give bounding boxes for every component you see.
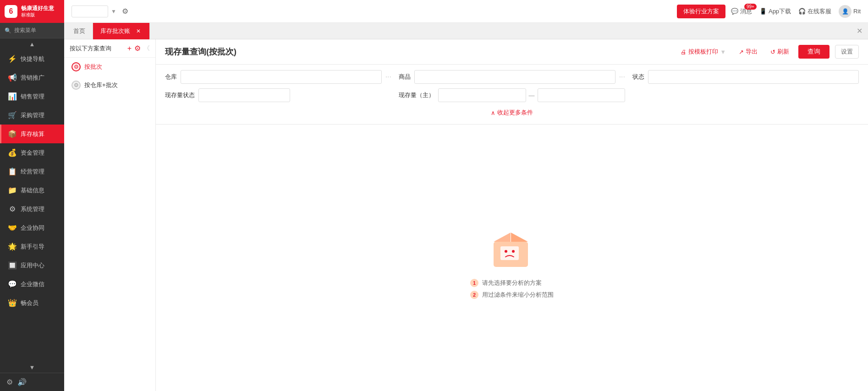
inventory-status-label: 现存量状态 [165, 91, 195, 99]
inventory-status-select[interactable]: 全部 [198, 88, 290, 102]
new-guide-icon: 🌟 [8, 242, 17, 251]
empty-hint-2: 2 用过滤条件来缩小分析范围 [470, 291, 554, 299]
query-button[interactable]: 查询 [798, 45, 830, 59]
tab-close-icon[interactable]: ✕ [135, 27, 142, 35]
tab-inventory-batch[interactable]: 库存批次账 ✕ [93, 23, 150, 39]
topbar-actions: 💬 消息 99+ 📱 App下载 🎧 在线客服 👤 Rit [731, 5, 861, 18]
add-scheme-button[interactable]: + [127, 44, 132, 53]
sidebar-item-operation[interactable]: 📋 经营管理 [0, 162, 64, 181]
refresh-button[interactable]: ↺ 刷新 [767, 46, 793, 58]
warehouse-more-icon[interactable]: ··· [385, 73, 391, 81]
quantity-range-inputs: — [438, 88, 625, 102]
warehouse-label: 仓库 [165, 73, 177, 81]
filter-row-1: 仓库 ··· 商品 ··· 状态 全部 [165, 70, 859, 84]
system-icon: ⚙ [8, 205, 17, 213]
quantity-max-input[interactable] [538, 88, 626, 102]
hint-text-1: 请先选择要分析的方案 [482, 279, 542, 287]
dropdown-icon: ▼ [111, 8, 116, 15]
warehouse-input[interactable] [181, 70, 382, 84]
collapse-filters-button[interactable]: ∧ 收起更多条件 [165, 107, 859, 119]
empty-state: 1 请先选择要分析的方案 2 用过滤条件来缩小分析范围 [156, 125, 868, 391]
sidebar-item-label: 采购管理 [21, 111, 44, 119]
app-version: 标准版 [21, 12, 54, 18]
sidebar-item-quick-nav[interactable]: ⚡ 快捷导航 [0, 49, 64, 68]
phone-icon: 📱 [759, 8, 767, 15]
settings-button[interactable]: 设置 [835, 45, 859, 59]
sidebar-header: 6 畅康通好生意 标准版 [0, 0, 64, 23]
product-more-icon[interactable]: ··· [619, 73, 625, 81]
panel-collapse-button[interactable]: 《 [143, 44, 150, 53]
sidebar-item-inventory[interactable]: 📦 库存核算 [0, 125, 64, 143]
online-service-label: 在线客服 [808, 7, 831, 16]
scheme-settings-icon[interactable]: ⚙ [134, 44, 141, 53]
print-button[interactable]: 🖨 按模板打印 ▼ [677, 46, 730, 58]
left-panel-header: 按以下方案查询 + ⚙ 《 [64, 39, 155, 58]
scheme-item-by-batch[interactable]: ⚙ 按批次 [64, 58, 155, 76]
sidebar-item-marketing[interactable]: 📢 营销推广 [0, 68, 64, 87]
print-icon: 🖨 [681, 49, 687, 55]
product-input[interactable] [414, 70, 615, 84]
topbar: ▼ ⚙ 体验行业方案 💬 消息 99+ 📱 App下载 🎧 在线客服 👤 [64, 0, 868, 23]
sidebar-item-app-center[interactable]: 🔲 应用中心 [0, 256, 64, 275]
trial-button[interactable]: 体验行业方案 [677, 5, 725, 18]
app-name: 畅康通好生意 [21, 5, 54, 12]
sidebar-item-finance[interactable]: 💰 资金管理 [0, 143, 64, 162]
refresh-icon: ↺ [770, 49, 775, 55]
quantity-min-input[interactable] [438, 88, 526, 102]
sidebar-item-label: 企业微信 [21, 280, 44, 288]
sidebar-item-label: 经营管理 [21, 168, 44, 176]
sidebar-item-label: 库存核算 [21, 130, 44, 138]
sidebar-item-label: 畅会员 [21, 299, 38, 307]
finance-icon: 💰 [8, 148, 17, 157]
breadcrumb-input[interactable] [71, 5, 108, 17]
sidebar-item-label: 快捷导航 [21, 55, 44, 63]
export-button[interactable]: ↗ 导出 [735, 46, 761, 58]
sound-footer-icon[interactable]: 🔊 [17, 378, 27, 386]
status-filter-group: 状态 全部 启用 禁用 [632, 70, 859, 84]
user-profile-button[interactable]: 👤 Rit [839, 5, 861, 18]
member-icon: 👑 [8, 299, 17, 307]
online-service-button[interactable]: 🎧 在线客服 [798, 7, 831, 16]
settings-footer-icon[interactable]: ⚙ [6, 378, 13, 386]
settings-btn-label: 设置 [841, 48, 853, 56]
sidebar-item-sales[interactable]: 📊 销售管理 [0, 87, 64, 106]
svg-point-4 [505, 250, 507, 253]
scroll-down-button[interactable]: ▼ [0, 362, 64, 373]
collapse-label: 收起更多条件 [497, 109, 533, 117]
sidebar-item-system[interactable]: ⚙ 系统管理 [0, 200, 64, 218]
user-avatar: 👤 [839, 5, 852, 18]
status-select[interactable]: 全部 启用 禁用 [648, 70, 859, 84]
sidebar-item-new-guide[interactable]: 🌟 新手引导 [0, 237, 64, 256]
filter-area: 仓库 ··· 商品 ··· 状态 全部 [156, 65, 868, 125]
scheme-label: 按仓库+批次 [84, 81, 118, 89]
inventory-status-select-wrapper: 全部 [198, 88, 290, 102]
sidebar-item-basic[interactable]: 📁 基础信息 [0, 181, 64, 200]
messages-button[interactable]: 💬 消息 99+ [731, 7, 752, 16]
sidebar-item-purchase[interactable]: 🛒 采购管理 [0, 106, 64, 125]
filter-row-2: 现存量状态 全部 现存量（主） — [165, 88, 859, 102]
gear-icon[interactable]: ⚙ [122, 7, 128, 16]
app-download-label: App下载 [769, 7, 791, 16]
scheme-item-by-warehouse-batch[interactable]: ⚙ 按仓库+批次 [64, 76, 155, 94]
search-menu[interactable]: 🔍 搜索菜单 [0, 23, 64, 38]
status-label: 状态 [632, 73, 644, 81]
app-download-button[interactable]: 📱 App下载 [759, 7, 791, 16]
tab-home[interactable]: 首页 [66, 23, 93, 39]
tab-inventory-batch-label: 库存批次账 [100, 27, 130, 35]
warehouse-filter-group: 仓库 ··· [165, 70, 391, 84]
refresh-label: 刷新 [777, 48, 789, 56]
svg-marker-1 [494, 233, 511, 242]
scheme-label: 按批次 [84, 63, 102, 71]
inventory-status-filter-group: 现存量状态 全部 [165, 88, 391, 102]
user-name: Rit [853, 8, 861, 15]
sidebar-item-enterprise[interactable]: 🤝 企业协同 [0, 218, 64, 237]
sidebar-item-wechat[interactable]: 💬 企业微信 [0, 275, 64, 293]
sidebar-item-member[interactable]: 👑 畅会员 [0, 293, 64, 312]
quantity-range-label: 现存量（主） [399, 91, 434, 99]
breadcrumb: ▼ [71, 5, 116, 17]
close-all-icon[interactable]: ✕ [857, 27, 863, 35]
scroll-up-button[interactable]: ▲ [0, 38, 64, 49]
export-label: 导出 [746, 48, 758, 56]
sales-icon: 📊 [8, 92, 17, 101]
user-avatar-icon: 👤 [842, 8, 849, 15]
